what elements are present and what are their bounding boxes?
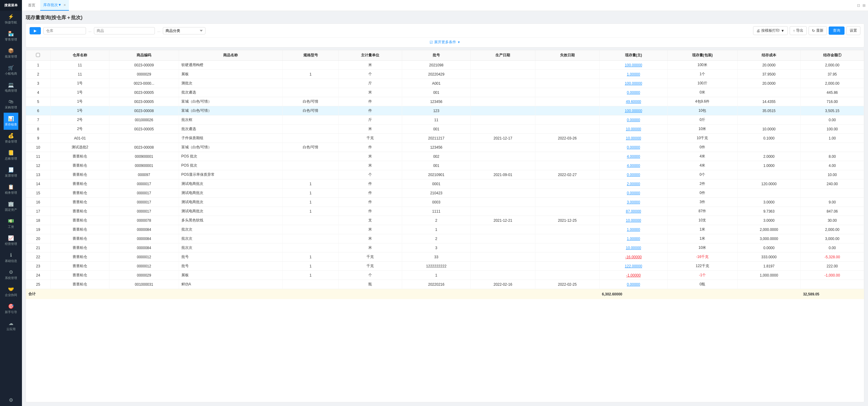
expand-conditions-row: ☑ 展开更多条件 ▼	[30, 37, 860, 45]
qty-link-7[interactable]: 0.00000	[627, 118, 640, 122]
qty-link-13[interactable]: 0.00000	[627, 173, 640, 177]
qty-link-5[interactable]: 49.60000	[626, 100, 641, 104]
qty-link-23[interactable]: 122.00000	[625, 264, 642, 268]
expand-conditions-btn[interactable]: ☑ 展开更多条件 ▼	[430, 40, 460, 45]
sidebar-item-cloud[interactable]: ☁云应用	[4, 317, 18, 334]
cell-qty-main-25[interactable]: 0.00000	[599, 280, 668, 289]
cell-amount-5: 716.00	[801, 97, 864, 106]
qty-link-24[interactable]: -1.00000	[626, 273, 641, 277]
cell-qty-main-9[interactable]: 10.00000	[599, 134, 668, 143]
cell-batch-2: 20220429	[402, 70, 471, 79]
cell-qty-main-2[interactable]: 1.00000	[599, 70, 668, 79]
sidebar-item-new-guide[interactable]: 🎯新手引导	[4, 300, 18, 317]
settings-btn[interactable]: 设置	[846, 26, 860, 35]
qty-link-4[interactable]: 0.00000	[627, 91, 640, 95]
col-unit: 主计量单位	[339, 50, 402, 61]
qty-link-25[interactable]: 0.00000	[627, 282, 640, 286]
sidebar-search[interactable]: 搜索菜单	[0, 0, 22, 11]
cell-qty-main-6[interactable]: 100.00000	[599, 106, 668, 115]
qty-link-21[interactable]: 10.00000	[626, 246, 641, 250]
sidebar-item-operations[interactable]: 📈经营管理	[4, 232, 18, 249]
cell-qty-main-22[interactable]: -16.00000	[599, 252, 668, 262]
sidebar-settings-icon[interactable]: ⚙	[0, 394, 22, 406]
qty-link-9[interactable]: 10.00000	[626, 136, 641, 140]
refresh-btn[interactable]: ↻ 显新	[809, 26, 827, 35]
cell-qty-main-12[interactable]: 4.00000	[599, 161, 668, 170]
filter-expand-btn[interactable]: ▶	[30, 27, 41, 34]
qty-link-18[interactable]: 10.00000	[626, 218, 641, 223]
query-btn[interactable]: 查询	[829, 27, 844, 35]
cell-qty-main-7[interactable]: 0.00000	[599, 115, 668, 125]
qty-link-17[interactable]: 87.00000	[626, 209, 641, 213]
cell-qty-main-5[interactable]: 49.60000	[599, 97, 668, 106]
qty-link-22[interactable]: -16.00000	[625, 255, 642, 259]
qty-link-16[interactable]: 3.00000	[627, 200, 640, 204]
cell-qty-pack-1: 100米	[668, 61, 737, 70]
window-expand-icon[interactable]: ⊞	[863, 3, 866, 8]
page-title: 现存量查询(按仓库＋批次)	[26, 14, 864, 21]
sidebar-item-mini-shop[interactable]: 🛒小船电商	[4, 62, 18, 79]
cell-qty-main-11[interactable]: 4.00000	[599, 152, 668, 161]
cell-qty-main-24[interactable]: -1.00000	[599, 271, 668, 280]
cell-qty-main-18[interactable]: 10.00000	[599, 216, 668, 225]
table-row: 18 蔷蔷粘仓 0000078 多头黑色软线 支 2 2021-12-21 20…	[26, 216, 864, 225]
tab-close-icon[interactable]: ✕	[63, 3, 66, 7]
cell-qty-main-3[interactable]: 100.00000	[599, 79, 668, 88]
export-btn[interactable]: ↑ 导出	[789, 26, 807, 35]
qty-link-2[interactable]: 1.00000	[627, 72, 640, 76]
product-input[interactable]	[94, 27, 155, 34]
sidebar-item-system[interactable]: ⚙系统管理	[4, 266, 18, 283]
cell-qty-main-16[interactable]: 3.00000	[599, 198, 668, 207]
cell-qty-main-15[interactable]: 0.00000	[599, 189, 668, 198]
qty-link-3[interactable]: 100.00000	[625, 81, 642, 86]
cell-qty-main-20[interactable]: 1.00000	[599, 234, 668, 243]
sidebar-item-fixed-assets[interactable]: 🏢固定资产	[4, 198, 18, 215]
qty-link-8[interactable]: 10.00000	[626, 127, 641, 131]
cell-exp-date-1	[535, 61, 599, 70]
sidebar-item-collab[interactable]: 🤝企业协同	[4, 283, 18, 300]
qty-link-15[interactable]: 0.00000	[627, 191, 640, 195]
qty-link-10[interactable]: 0.00000	[627, 145, 640, 149]
sidebar-item-finance[interactable]: 💰资金管理	[4, 130, 18, 147]
cell-qty-main-14[interactable]: 2.00000	[599, 179, 668, 189]
cell-qty-main-10[interactable]: 0.00000	[599, 143, 668, 152]
inventory-batch-tab[interactable]: 按模板打印 库存批次▼ ✕	[40, 0, 69, 11]
sidebar-item-retail[interactable]: 🏪零售管理	[4, 28, 18, 45]
sidebar-item-invoice[interactable]: 🧾发票管理	[4, 164, 18, 181]
qty-link-14[interactable]: 2.00000	[627, 182, 640, 186]
table-header-row: 仓库名称 商品编码 商品名称 规格型号 主计量单位 批号 生产日期 失效日期 现…	[26, 50, 864, 61]
sidebar-item-quick-nav[interactable]: ⚡快捷导航	[4, 11, 18, 28]
cell-qty-main-19[interactable]: 1.00000	[599, 225, 668, 234]
warehouse-input[interactable]	[43, 27, 86, 34]
cell-qty-main-17[interactable]: 87.00000	[599, 207, 668, 216]
qty-link-19[interactable]: 1.00000	[627, 228, 640, 232]
sidebar-item-purchase[interactable]: 🛍采购管理	[4, 96, 18, 113]
qty-link-12[interactable]: 4.00000	[627, 164, 640, 168]
cell-qty-main-1[interactable]: 100.00000	[599, 61, 668, 70]
cell-qty-main-13[interactable]: 0.00000	[599, 170, 668, 179]
cell-qty-main-23[interactable]: 122.00000	[599, 262, 668, 271]
qty-link-1[interactable]: 100.00000	[625, 63, 642, 67]
cell-code-8: 0023-00005	[110, 125, 179, 134]
qty-link-6[interactable]: 100.00000	[625, 109, 642, 113]
cell-amount-13: 10.00	[801, 170, 864, 179]
cell-cost-21: 0.0000	[737, 243, 801, 252]
sidebar-item-basic-info[interactable]: ℹ基础信息	[4, 249, 18, 266]
sidebar-item-inventory[interactable]: 📊库存核查	[4, 113, 18, 130]
qty-link-11[interactable]: 4.00000	[627, 155, 640, 159]
home-tab[interactable]: 首页	[24, 0, 39, 11]
table-row: 15 蔷蔷粘仓 0000017 测试电商批次 1 件 210423 0.0000…	[26, 189, 864, 198]
qty-link-20[interactable]: 1.00000	[627, 237, 640, 241]
sidebar-item-ecommerce[interactable]: 💻电商管理	[4, 79, 18, 96]
cell-qty-main-21[interactable]: 10.00000	[599, 243, 668, 252]
sidebar-item-general-ledger[interactable]: 📒总账管理	[4, 147, 18, 164]
select-all-checkbox[interactable]	[36, 53, 40, 57]
sidebar-item-wholesale[interactable]: 📦批发管理	[4, 45, 18, 62]
sidebar-item-payroll[interactable]: 💵工资	[4, 215, 18, 232]
category-select[interactable]: 商品分类	[163, 27, 206, 34]
cell-qty-main-4[interactable]: 0.00000	[599, 88, 668, 97]
window-minimize-icon[interactable]: ⊡	[857, 3, 860, 8]
cell-qty-main-8[interactable]: 10.00000	[599, 125, 668, 134]
print-btn[interactable]: 🖨 按模板打印 ▼	[753, 26, 788, 35]
sidebar-item-tax[interactable]: 📋税务管理	[4, 181, 18, 198]
